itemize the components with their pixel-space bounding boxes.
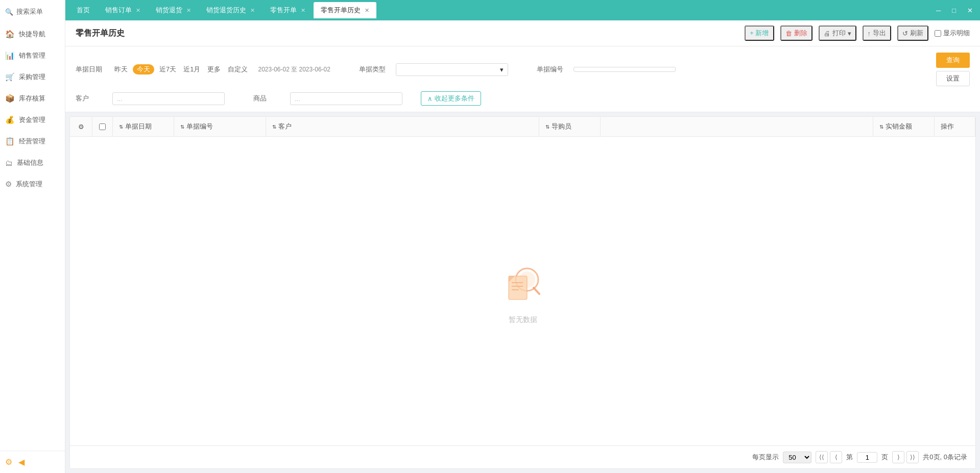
delete-button[interactable]: 🗑 删除 bbox=[780, 26, 812, 41]
goods-filter-label: 商品 bbox=[253, 94, 282, 103]
tab-retail-open-label: 零售开单 bbox=[270, 6, 297, 15]
type-filter-label: 单据类型 bbox=[359, 65, 388, 74]
page-label-before: 第 bbox=[846, 453, 853, 462]
tab-retail-open-history-close[interactable]: ✕ bbox=[365, 7, 369, 14]
export-button[interactable]: ↑ 导出 bbox=[863, 26, 892, 41]
export-label: 导出 bbox=[873, 29, 886, 38]
sidebar-item-label: 资金管理 bbox=[19, 115, 45, 125]
window-controls: ─ □ ✕ bbox=[933, 7, 976, 14]
select-all-checkbox[interactable] bbox=[99, 123, 106, 130]
date-today[interactable]: 今天 bbox=[133, 64, 154, 74]
type-filter-dropdown-icon: ▾ bbox=[500, 66, 504, 73]
tab-sales-return-history-close[interactable]: ✕ bbox=[250, 7, 255, 14]
query-button[interactable]: 查询 bbox=[936, 53, 970, 68]
setting-button[interactable]: 设置 bbox=[936, 71, 970, 86]
maximize-button[interactable]: □ bbox=[949, 7, 959, 14]
print-label: 打印 bbox=[832, 29, 846, 38]
page-prev-button[interactable]: ⟨ bbox=[830, 451, 842, 463]
goods-filter-input[interactable]: ... bbox=[290, 92, 402, 105]
print-button[interactable]: 🖨 打印 ▾ bbox=[819, 26, 856, 41]
clipboard-icon: 📋 bbox=[5, 137, 15, 146]
chart-icon: 📊 bbox=[5, 51, 15, 60]
tab-sales-return-history-label: 销货退货历史 bbox=[206, 6, 246, 15]
pagination: 每页显示 50 100 200 ⟨⟨ ⟨ 第 页 ⟩ ⟩⟩ 共0页, 0条记录 bbox=[70, 445, 975, 468]
minimize-button[interactable]: ─ bbox=[933, 7, 944, 14]
collapse-filter-button[interactable]: ∧ 收起更多条件 bbox=[421, 91, 481, 106]
th-checkbox[interactable] bbox=[92, 117, 113, 136]
th-amount-label: 实销金额 bbox=[886, 122, 912, 131]
th-guide[interactable]: ⇅ 导购员 bbox=[539, 117, 601, 136]
sidebar-item-label: 经营管理 bbox=[19, 137, 45, 146]
sort-icon-customer: ⇅ bbox=[272, 124, 276, 130]
tab-sales-return[interactable]: 销货退货 ✕ bbox=[149, 2, 198, 18]
customer-filter-label: 客户 bbox=[76, 94, 104, 103]
page-last-button[interactable]: ⟩⟩ bbox=[906, 451, 919, 463]
th-number[interactable]: ⇅ 单据编号 bbox=[174, 117, 266, 136]
sidebar-item-operations[interactable]: 📋 经营管理 bbox=[0, 131, 65, 152]
sidebar-item-purchase-mgmt[interactable]: 🛒 采购管理 bbox=[0, 66, 65, 88]
date-custom[interactable]: 自定义 bbox=[226, 64, 250, 75]
close-button[interactable]: ✕ bbox=[964, 7, 976, 14]
tab-home[interactable]: 首页 bbox=[69, 2, 97, 18]
sidebar-item-inventory[interactable]: 📦 库存核算 bbox=[0, 88, 65, 109]
tab-sales-order-close[interactable]: ✕ bbox=[136, 7, 140, 14]
empty-state: 暂无数据 bbox=[70, 137, 975, 445]
sidebar-item-quick-nav[interactable]: 🏠 快捷导航 bbox=[0, 23, 65, 45]
date-1month[interactable]: 近1月 bbox=[181, 64, 202, 75]
refresh-icon: ↺ bbox=[902, 30, 908, 37]
th-spacer bbox=[601, 117, 874, 136]
tab-retail-open-history[interactable]: 零售开单历史 ✕ bbox=[314, 2, 376, 18]
sort-icon-guide: ⇅ bbox=[545, 124, 549, 130]
collapse-sidebar-icon[interactable]: ◀ bbox=[18, 457, 25, 467]
type-filter-select[interactable]: ▾ bbox=[396, 63, 508, 76]
search-icon: 🔍 bbox=[5, 8, 13, 16]
sidebar: 🔍 搜索采单 🏠 快捷导航 📊 销售管理 🛒 采购管理 📦 库存核算 💰 资金管… bbox=[0, 0, 65, 473]
th-amount[interactable]: ⇅ 实销金额 bbox=[873, 117, 935, 136]
show-details-checkbox-container[interactable]: 显示明细 bbox=[935, 29, 970, 38]
search-menu-item[interactable]: 🔍 搜索采单 bbox=[0, 0, 65, 23]
date-yesterday[interactable]: 昨天 bbox=[112, 64, 130, 75]
tab-sales-order[interactable]: 销售订单 ✕ bbox=[98, 2, 148, 18]
page-first-button[interactable]: ⟨⟨ bbox=[816, 451, 828, 463]
gear-icon: ⚙ bbox=[5, 180, 12, 189]
show-details-checkbox[interactable] bbox=[935, 30, 941, 37]
total-text: 共0页, 0条记录 bbox=[923, 453, 967, 462]
date-7days[interactable]: 近7天 bbox=[157, 64, 178, 75]
home-icon: 🏠 bbox=[5, 30, 15, 39]
tab-sales-return-history[interactable]: 销货退货历史 ✕ bbox=[199, 2, 262, 18]
show-details-label: 显示明细 bbox=[943, 29, 970, 38]
cart-icon: 🛒 bbox=[5, 72, 15, 82]
sidebar-item-sys-mgmt[interactable]: ⚙ 系统管理 bbox=[0, 173, 65, 195]
svg-line-2 bbox=[534, 288, 539, 294]
page-number-input[interactable] bbox=[857, 452, 877, 463]
th-number-label: 单据编号 bbox=[186, 122, 213, 131]
per-page-select[interactable]: 50 100 200 bbox=[783, 452, 811, 463]
add-button[interactable]: + 新增 bbox=[745, 26, 774, 41]
sort-icon-date: ⇅ bbox=[119, 124, 123, 130]
customer-filter-input[interactable]: ... bbox=[112, 92, 225, 105]
tab-retail-open-close[interactable]: ✕ bbox=[301, 7, 305, 14]
refresh-button[interactable]: ↺ 刷新 bbox=[897, 26, 928, 41]
delete-label: 删除 bbox=[794, 29, 807, 38]
date-more[interactable]: 更多 bbox=[205, 64, 223, 75]
tab-retail-open[interactable]: 零售开单 ✕ bbox=[263, 2, 313, 18]
sidebar-item-finance[interactable]: 💰 资金管理 bbox=[0, 109, 65, 131]
th-date[interactable]: ⇅ 单据日期 bbox=[113, 117, 174, 136]
page-title: 零售开单历史 bbox=[76, 28, 125, 39]
tab-sales-return-close[interactable]: ✕ bbox=[186, 7, 191, 14]
box-icon: 📦 bbox=[5, 94, 15, 103]
content-area: 零售开单历史 + 新增 🗑 删除 🖨 打印 ▾ ↑ 导出 ↺ bbox=[65, 20, 980, 473]
number-filter-label: 单据编号 bbox=[537, 65, 565, 74]
filter-actions: 查询 设置 bbox=[936, 53, 970, 86]
th-settings[interactable]: ⚙ bbox=[70, 117, 92, 136]
sidebar-item-sales-mgmt[interactable]: 📊 销售管理 bbox=[0, 45, 65, 66]
th-customer[interactable]: ⇅ 客户 bbox=[266, 117, 539, 136]
th-date-label: 单据日期 bbox=[125, 122, 152, 131]
settings-bottom-icon[interactable]: ⚙ bbox=[5, 457, 12, 467]
number-filter-input[interactable] bbox=[573, 67, 676, 72]
sidebar-item-label: 系统管理 bbox=[16, 180, 42, 189]
tab-sales-order-label: 销售订单 bbox=[105, 6, 132, 15]
page-next-button[interactable]: ⟩ bbox=[892, 451, 904, 463]
goods-ellipsis: ... bbox=[295, 95, 300, 103]
sidebar-item-basic-info[interactable]: 🗂 基础信息 bbox=[0, 152, 65, 173]
